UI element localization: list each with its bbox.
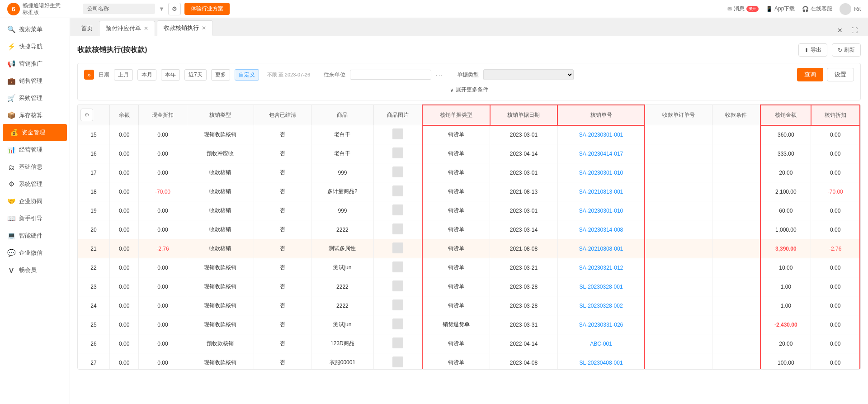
col-settings: ⚙ — [78, 105, 110, 125]
sidebar-item-management[interactable]: 📊 经营管理 — [0, 141, 70, 158]
cell-write-off-amount: 1.00 — [760, 296, 811, 315]
cell-write-off-date: 2023-03-01 — [490, 125, 558, 144]
cell-write-off-type: 销货退货单 — [422, 315, 490, 334]
cell-write-off-no: SA-20230321-012 — [557, 258, 645, 277]
sidebar-item-search[interactable]: 🔍 搜索菜单 — [0, 21, 70, 38]
cell-verify-type: 收款核销 — [187, 201, 254, 220]
sidebar-item-wechat[interactable]: 💬 企业微信 — [0, 244, 70, 261]
sidebar-item-quicknav[interactable]: ⚡ 快捷导航 — [0, 38, 70, 55]
cell-verify-type: 收款核销 — [187, 182, 254, 201]
sidebar-item-purchase[interactable]: 🛒 采购管理 — [0, 90, 70, 107]
cell-verify-type: 现销收款核销 — [187, 315, 254, 334]
receipt-type-select[interactable] — [483, 69, 574, 80]
cell-include-settled: 否 — [254, 144, 311, 163]
cell-write-off-amount: 2,100.00 — [760, 182, 811, 201]
content-area: 首页 预付冲应付单 ✕ 收款核销执行 ✕ ✕ ⛶ 收款核销执行(按收款) ⬆ — [70, 18, 868, 404]
expand-arrow-icon: ∨ — [450, 87, 454, 93]
message-badge: 99+ — [746, 6, 759, 12]
cell-include-settled: 否 — [254, 182, 311, 201]
settings-icon[interactable]: ⚙ — [168, 3, 181, 15]
cell-balance: 0.00 — [110, 353, 139, 370]
app-download-button[interactable]: 📱 App下载 — [766, 5, 795, 13]
filter-more[interactable]: 更多 — [211, 69, 230, 81]
col-receipt-condition: 收款条件 — [712, 105, 760, 125]
sidebar-item-collab[interactable]: 🤝 企业协同 — [0, 193, 70, 210]
filter-last7[interactable]: 近7天 — [184, 69, 207, 81]
cell-balance: 0.00 — [110, 277, 139, 296]
cell-verify-type: 收款核销 — [187, 239, 254, 258]
window-maximize-button[interactable]: ⛶ — [849, 25, 860, 36]
export-button[interactable]: ⬆ 导出 — [798, 43, 827, 57]
table-row: 26 0.00 0.00 预收款核销 否 123D商品 销货单 2022-04-… — [78, 334, 860, 353]
tab-close-prepayment[interactable]: ✕ — [144, 25, 148, 32]
table-row: 22 0.00 0.00 现销收款核销 否 测试jun 销货单 2023-03-… — [78, 258, 860, 277]
cell-cash-discount: 0.00 — [139, 201, 187, 220]
expand-arrow[interactable]: » — [84, 70, 94, 80]
cell-write-off-amount: 20.00 — [760, 334, 811, 353]
sidebar-item-basic-info[interactable]: 🗂 基础信息 — [0, 158, 70, 176]
from-unit-input[interactable] — [350, 70, 431, 80]
sidebar-item-marketing[interactable]: 📢 营销推广 — [0, 55, 70, 72]
col-product: 商品 — [311, 105, 374, 125]
online-service-button[interactable]: 🎧 在线客服 — [802, 5, 832, 13]
company-selector[interactable]: 公司名称 — [83, 4, 155, 14]
query-button[interactable]: 查询 — [797, 68, 823, 81]
cell-receipt-order-no — [645, 239, 712, 258]
cell-product: 老白干 — [311, 125, 374, 144]
filter-this-month[interactable]: 本月 — [137, 69, 156, 81]
refresh-icon: ↻ — [838, 47, 842, 53]
table-container: ⚙ 余额 现金折扣 核销类型 包含已结清 商品 商品图片 核销单据类型 核销单据… — [77, 104, 861, 370]
cell-receipt-order-no — [645, 334, 712, 353]
sidebar-item-guide[interactable]: 📖 新手引导 — [0, 210, 70, 227]
cell-verify-type: 预收冲应收 — [187, 144, 254, 163]
cell-write-off-amount: 100.00 — [760, 353, 811, 370]
cell-include-settled: 否 — [254, 201, 311, 220]
filter-last-month[interactable]: 上月 — [114, 69, 133, 81]
cell-receipt-condition — [712, 125, 760, 144]
refresh-button[interactable]: ↻ 刷新 — [832, 43, 861, 57]
tab-bar: 首页 预付冲应付单 ✕ 收款核销执行 ✕ ✕ ⛶ — [70, 18, 868, 36]
cell-product-img — [374, 163, 422, 182]
filter-custom[interactable]: 自定义 — [235, 69, 259, 81]
industry-solution-button[interactable]: 体验行业方案 — [184, 3, 230, 15]
message-button[interactable]: ✉ 消息 99+ — [727, 5, 759, 13]
window-close-button[interactable]: ✕ — [835, 25, 845, 36]
cell-write-off-no: SL-20230328-001 — [557, 277, 645, 296]
cell-write-off-discount: 0.00 — [811, 220, 860, 239]
filter-settings-button[interactable]: 设置 — [827, 68, 854, 81]
tab-close-write-off[interactable]: ✕ — [202, 25, 206, 31]
cell-write-off-amount: 10.00 — [760, 258, 811, 277]
col-settings-icon[interactable]: ⚙ — [80, 109, 93, 121]
window-controls: ✕ ⛶ — [835, 25, 863, 36]
sidebar-item-finance[interactable]: 💰 资金管理 — [3, 124, 67, 141]
cell-balance: 0.00 — [110, 125, 139, 144]
sidebar-item-sales[interactable]: 💼 销售管理 — [0, 72, 70, 90]
filter-this-year[interactable]: 本年 — [161, 69, 180, 81]
sidebar-item-system[interactable]: ⚙ 系统管理 — [0, 176, 70, 193]
sidebar-item-hardware[interactable]: 💻 智能硬件 — [0, 227, 70, 244]
cell-write-off-no: SA-20210813-001 — [557, 182, 645, 201]
cell-no: 22 — [78, 258, 110, 277]
sidebar-item-member[interactable]: V 畅会员 — [0, 261, 70, 279]
tab-home[interactable]: 首页 — [75, 21, 99, 36]
cell-balance: 0.00 — [110, 296, 139, 315]
tab-prepayment[interactable]: 预付冲应付单 ✕ — [99, 21, 155, 36]
service-icon: 🎧 — [802, 6, 809, 12]
cell-product-img — [374, 220, 422, 239]
cell-product: 999 — [311, 201, 374, 220]
sidebar-item-inventory[interactable]: 📦 库存核算 — [0, 107, 70, 124]
cell-product: 999 — [311, 163, 374, 182]
table-row: 18 0.00 -70.00 收款核销 否 多计量商品2 销货单 2021-08… — [78, 182, 860, 201]
tab-write-off[interactable]: 收款核销执行 ✕ — [157, 20, 213, 36]
expand-more-button[interactable]: ∨ 展开更多条件 — [84, 84, 854, 95]
cell-write-off-no: SL-20230408-001 — [557, 353, 645, 370]
cell-balance: 0.00 — [110, 163, 139, 182]
filter-row: » 日期 上月 本月 本年 近7天 更多 自定义 不限 至 2023-07-26… — [84, 68, 854, 81]
cell-balance: 0.00 — [110, 182, 139, 201]
member-icon: V — [7, 266, 15, 274]
table-row: 24 0.00 0.00 现销收款核销 否 2222 销货单 2023-03-2… — [78, 296, 860, 315]
search-icon: 🔍 — [7, 25, 15, 33]
cell-write-off-discount: 0.00 — [811, 277, 860, 296]
cell-verify-type: 现销收款核销 — [187, 353, 254, 370]
filter-right: 查询 设置 — [797, 68, 854, 81]
